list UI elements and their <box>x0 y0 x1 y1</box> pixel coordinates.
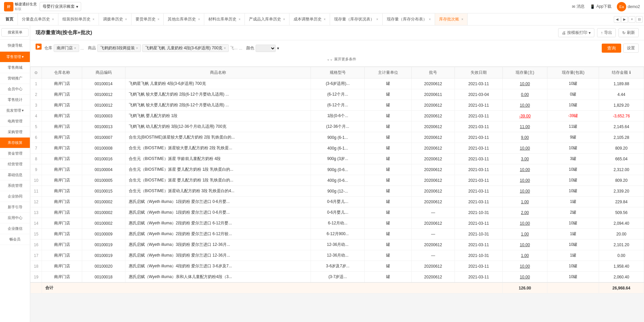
cell-qty-main[interactable]: 10.00 <box>502 100 547 111</box>
settings-button[interactable]: 设置 <box>623 44 639 53</box>
tab-6[interactable]: 产成品入库单历史 × <box>245 13 289 25</box>
cell-unit: 罐 <box>365 250 412 261</box>
tab-4[interactable]: 其他出库单历史 × <box>164 13 204 25</box>
tab-8[interactable]: 现存量（库存状况表） × <box>330 13 383 25</box>
tab-5[interactable]: 材料出库单历史 × <box>204 13 245 25</box>
cell-qty-main[interactable]: 10.00 <box>502 186 547 197</box>
cell-qty-main[interactable]: 1.00 <box>502 197 547 207</box>
close-icon[interactable]: × <box>74 46 76 50</box>
tab-7[interactable]: 成本调整单历史 × <box>289 13 330 25</box>
tab-9[interactable]: 现存量（库存分布表） × <box>383 13 435 25</box>
sidebar-item-wholesale[interactable]: 批发管理 ▾ <box>0 105 30 116</box>
cell-qty-main[interactable]: 10.00 <box>502 164 547 175</box>
cell-qty-main[interactable]: -39.00 <box>502 111 547 121</box>
sidebar-item-wechat[interactable]: 企业微信 <box>0 223 30 234</box>
tab-1[interactable]: 组装拆卸单历史 × <box>58 13 99 25</box>
cell-qty-main[interactable]: 10.00 <box>502 78 547 89</box>
filter-dots[interactable]: ... <box>80 46 84 51</box>
cell-qty-main[interactable]: 10.00 <box>502 218 547 229</box>
search-english-button[interactable]: 搜索英单 <box>1 28 29 37</box>
close-icon[interactable]: × <box>52 17 54 21</box>
account-selector[interactable]: 母婴行业演示账套 ▾ <box>40 2 81 11</box>
nav-close-arrow[interactable]: × <box>629 16 635 23</box>
app-download-button[interactable]: 📱 App下载 <box>590 4 611 9</box>
goods-tag-1[interactable]: 飞鹤星飞帆 儿童奶粉 4段(3-6岁适用) 700克 × <box>142 44 229 52</box>
color-select[interactable] <box>256 45 276 52</box>
close-icon[interactable]: × <box>283 17 285 21</box>
warehouse-tag[interactable]: 南岸门店 × <box>54 44 79 52</box>
close-icon[interactable]: × <box>136 46 138 50</box>
cell-qty-main[interactable]: 1.00 <box>502 229 547 239</box>
cell-spec: (12-36个月... <box>311 121 365 132</box>
close-icon[interactable]: × <box>429 17 431 21</box>
sidebar-item-member[interactable]: 畅会员 <box>0 234 30 245</box>
close-icon[interactable]: × <box>125 17 127 21</box>
cell-batch: 20200612 <box>412 121 455 132</box>
quick-nav-button[interactable]: 快捷导航 <box>0 41 30 50</box>
sidebar-item-guide[interactable]: 新手引导 <box>0 202 30 213</box>
sidebar-item-purchase[interactable]: 采购管理 <box>0 127 30 138</box>
cell-qty-main[interactable]: 10.00 <box>502 272 547 283</box>
sidebar-item-retail-stats[interactable]: 零售统计 <box>0 95 30 105</box>
filter-toggle-button[interactable]: ▶ <box>36 44 42 50</box>
close-icon[interactable]: × <box>158 17 160 21</box>
cell-qty-main[interactable]: 10.00 <box>502 261 547 272</box>
goods-more[interactable]: 飞... <box>230 45 237 51</box>
close-icon[interactable]: × <box>93 17 95 21</box>
goods-tag-0[interactable]: 飞鹤奶粉3段两提装 × <box>97 44 141 52</box>
cell-qty-main[interactable]: 10.00 <box>502 143 547 154</box>
close-icon[interactable]: × <box>238 17 240 21</box>
export-button[interactable]: ↑ 导出 <box>597 28 616 37</box>
sidebar-item-retail-management[interactable]: 零售管理 ▾ <box>0 52 30 62</box>
sidebar-item-inventory[interactable]: 库存核算 <box>0 138 30 148</box>
nav-prev-arrow[interactable]: ◀ <box>614 16 621 23</box>
cell-warehouse: 南岸门店 <box>42 154 82 164</box>
cell-qty-main[interactable]: 11.00 <box>502 121 547 132</box>
close-icon[interactable]: × <box>198 17 200 21</box>
cell-batch: 20200612 <box>412 239 455 250</box>
cell-warehouse: 南岸门店 <box>42 89 82 100</box>
query-button[interactable]: 查询 <box>602 44 621 53</box>
close-icon[interactable]: × <box>324 17 326 21</box>
expand-more-button[interactable]: ⌄⌄ 展开更多条件 <box>325 55 358 63</box>
footer-label: 合计 <box>42 282 502 293</box>
nav-menu-arrow[interactable]: ⊟ <box>636 16 643 23</box>
close-icon[interactable]: × <box>224 46 226 50</box>
cell-qty-main[interactable]: 3.00 <box>502 154 547 164</box>
tab-home[interactable]: 首页 <box>1 13 18 25</box>
print-button[interactable]: 🖨 按模板打印 ▾ <box>558 28 594 37</box>
sidebar-item-system[interactable]: 系统管理 <box>0 180 30 191</box>
cell-qty-main[interactable]: 9.00 <box>502 132 547 143</box>
cell-qty-main[interactable]: 1.00 <box>502 250 547 261</box>
sidebar-item-marketing[interactable]: 营销推广 <box>0 73 30 84</box>
cell-qty-main[interactable]: 10.00 <box>502 175 547 186</box>
tab-0[interactable]: 分量盘点单历史 × <box>18 13 58 25</box>
sidebar-item-finance[interactable]: 资金管理 <box>0 148 30 159</box>
cell-amount: -3,652.76 <box>599 111 644 121</box>
settings-icon[interactable]: ⚙ <box>34 70 38 75</box>
cell-warehouse: 南岸门店 <box>42 78 82 89</box>
cell-qty-main[interactable]: 2.00 <box>502 207 547 218</box>
sidebar-item-app-center[interactable]: 应用中心 <box>0 213 30 223</box>
tab-3[interactable]: 要货单历史 × <box>131 13 164 25</box>
close-icon[interactable]: × <box>376 17 378 21</box>
tab-2[interactable]: 调拨单历史 × <box>99 13 131 25</box>
cell-code: 00100015 <box>82 186 125 197</box>
sidebar-item-retail-mall[interactable]: 零售商城 <box>0 62 30 73</box>
tab-10[interactable]: 库存批次账 × <box>435 13 468 25</box>
sidebar-item-business[interactable]: 经营管理 <box>0 159 30 170</box>
sidebar-item-cooperation[interactable]: 企业协同 <box>0 191 30 202</box>
user-profile[interactable]: Ea demo2 <box>617 2 640 11</box>
sidebar-item-basic-info[interactable]: 基础信息 <box>0 170 30 180</box>
nav-next-arrow[interactable]: ▶ <box>621 16 628 23</box>
refresh-button[interactable]: ↻ 刷新 <box>619 28 639 37</box>
cell-qty-main[interactable]: 0.00 <box>502 89 547 100</box>
message-button[interactable]: ✉ 消息 <box>572 4 585 9</box>
cell-batch: 20200612 <box>412 111 455 121</box>
cell-qty-main[interactable]: 10.00 <box>502 239 547 250</box>
goods-extra-dots[interactable]: ... <box>239 46 242 51</box>
sidebar-item-ecommerce[interactable]: 电商管理 <box>0 116 30 127</box>
close-icon[interactable]: × <box>461 17 463 21</box>
sidebar-item-member-center[interactable]: 会员中心 <box>0 84 30 95</box>
cell-spec: 12-36月幼... <box>311 250 365 261</box>
